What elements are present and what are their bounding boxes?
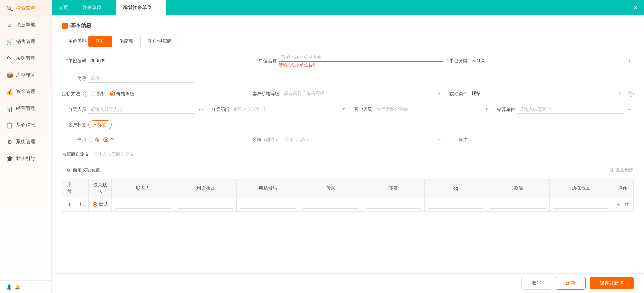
- settlement-more-icon[interactable]: ···: [626, 106, 634, 113]
- name-input[interactable]: [279, 53, 443, 62]
- note-input[interactable]: [470, 136, 634, 144]
- contact-input[interactable]: [115, 200, 171, 209]
- cell-contact[interactable]: [111, 197, 174, 212]
- wechat-input[interactable]: [490, 200, 546, 209]
- table-header-row: 序号 设为默认 联系人 到货地址 电话号码 传真 邮箱 qq 微信 所在地区 操…: [62, 179, 634, 197]
- save-button[interactable]: 保存: [556, 277, 586, 290]
- pricing-discount[interactable]: 折扣: [91, 91, 106, 97]
- unit-type-both[interactable]: 客户/供应商: [140, 36, 179, 47]
- unit-type-field: 单位类型 客户 供应商 客户/供应商: [62, 36, 634, 47]
- supplier-custom-input[interactable]: [91, 150, 208, 158]
- customer-level-select[interactable]: 请选择客户等级 ▼: [374, 105, 491, 114]
- section-basic-info: 基本信息: [62, 22, 634, 29]
- customer-price-field: 客户价格等级 请选择客户价格等级 ▼: [252, 89, 443, 98]
- col-email: 邮箱: [362, 179, 424, 197]
- region-more-icon[interactable]: ···: [435, 137, 443, 143]
- add-tag-button[interactable]: + 标签: [88, 120, 112, 129]
- region-input[interactable]: [282, 136, 433, 144]
- disable-radio-group: 是 否: [88, 137, 114, 143]
- disable-no[interactable]: 否: [103, 137, 114, 143]
- sidebar-item-operations[interactable]: 📊 经营管理: [0, 100, 51, 117]
- customer-price-select[interactable]: 请选择客户价格等级 ▼: [282, 89, 443, 98]
- default-radio[interactable]: [93, 202, 97, 207]
- cell-wechat[interactable]: [487, 197, 550, 212]
- price-level-radio[interactable]: [110, 91, 115, 96]
- shortname-field: 简称: [62, 74, 194, 83]
- custom-settings-button[interactable]: ⚙ 自定义项设置: [62, 165, 104, 175]
- sidebar-item-finance[interactable]: 💰 资金管理: [0, 83, 51, 100]
- col-phone: 电话号码: [237, 179, 299, 197]
- sidebar-item-quicknav[interactable]: ⌂ 快捷导航: [0, 17, 51, 33]
- tab-home[interactable]: 首页: [52, 0, 75, 15]
- col-wechat: 微信: [487, 179, 550, 197]
- unit-type-group: 客户 供应商 客户/供应商: [88, 36, 179, 47]
- sound-icon: 🔔: [15, 284, 20, 290]
- window-close-button[interactable]: ✕: [628, 0, 644, 15]
- phone-input[interactable]: [240, 200, 296, 209]
- disable-no-radio[interactable]: [103, 137, 108, 142]
- discount-radio[interactable]: [91, 91, 95, 96]
- payment-select[interactable]: 现结 ▼: [470, 89, 624, 98]
- add-row-button[interactable]: ＋: [616, 201, 621, 208]
- name-field: *单位名称 请输入往来单位名称: [252, 53, 443, 68]
- tab-new-partner-close[interactable]: ✕: [155, 5, 159, 10]
- unit-type-customer[interactable]: 客户: [88, 36, 112, 47]
- sidebar-item-purchase[interactable]: 🛍 采购管理: [0, 50, 51, 67]
- tab-new-partner[interactable]: 新增往来单位 ✕: [116, 0, 166, 15]
- disable-region-note-row: 停用 是 否 区域（地区） ··· 备注: [62, 136, 634, 144]
- row-checkbox[interactable]: [80, 202, 85, 206]
- cell-fax[interactable]: [299, 197, 362, 212]
- pricing-level[interactable]: 价格等级: [110, 91, 134, 97]
- save-and-new-button[interactable]: 保存并新增: [590, 277, 634, 289]
- cell-qq[interactable]: [424, 197, 487, 212]
- delete-row-button[interactable]: 🗑: [624, 201, 630, 207]
- row-region-input[interactable]: [553, 200, 608, 209]
- settlement-field: 结算单位 ···: [491, 105, 634, 114]
- cell-email[interactable]: [362, 197, 424, 212]
- cell-phone[interactable]: [237, 197, 299, 212]
- category-chevron-icon: ▼: [628, 58, 631, 63]
- cancel-button[interactable]: 取消: [521, 277, 551, 290]
- sidebar-item-guide[interactable]: 🎓 新手引导: [0, 150, 51, 167]
- email-input[interactable]: [366, 200, 421, 209]
- batch-delete-button[interactable]: 🗑 批量删除: [610, 167, 634, 173]
- sidebar-item-system[interactable]: ⚙ 系统管理: [0, 133, 51, 150]
- pricing-help-icon[interactable]: ?: [83, 91, 88, 97]
- payment-help-icon[interactable]: ?: [628, 91, 634, 97]
- default-radio-item[interactable]: 默认: [92, 201, 108, 207]
- settlement-input[interactable]: [517, 105, 624, 114]
- payment-field: 收款条件 现结 ▼ ?: [443, 89, 634, 98]
- manager-row: 分管人员 ··· 分管部门 请输入分管部门 ▼ 客户等级 请选择客户等级 ▼ 结…: [62, 105, 634, 114]
- disable-field: 停用 是 否: [62, 137, 252, 143]
- qq-input[interactable]: [428, 200, 484, 209]
- tab-bar: 首页 往来单位 ✕ 新增往来单位 ✕ ✕: [52, 0, 644, 15]
- sidebar-item-sales[interactable]: 🛒 销售管理: [0, 33, 51, 50]
- address-input[interactable]: [178, 200, 233, 209]
- category-select[interactable]: 未分类 ▼: [470, 56, 634, 65]
- manager-more-icon[interactable]: ···: [197, 106, 205, 113]
- fax-input[interactable]: [303, 200, 358, 209]
- sidebar-item-inventory[interactable]: 📦 库存核算: [0, 67, 51, 83]
- code-input[interactable]: [88, 57, 252, 65]
- cell-checkbox[interactable]: [77, 197, 89, 212]
- tab-partners-close[interactable]: ✕: [105, 5, 109, 10]
- col-contact: 联系人: [111, 179, 174, 197]
- col-address: 到货地址: [174, 179, 237, 197]
- sidebar-item-basic[interactable]: 📋 基础信息: [0, 117, 51, 133]
- operations-icon: 📊: [6, 105, 13, 112]
- manager-input[interactable]: [88, 105, 195, 114]
- disable-yes[interactable]: 是: [88, 137, 99, 143]
- sidebar-item-search[interactable]: 🔍 搜索菜单: [0, 0, 51, 17]
- shortname-input[interactable]: [88, 74, 194, 83]
- pricing-row: 定价方法 ? 折扣 价格等级 客户价格等级 请选择客户价: [62, 89, 634, 98]
- finance-icon: 💰: [6, 88, 13, 95]
- unit-type-supplier[interactable]: 供应商: [112, 36, 140, 47]
- cell-address[interactable]: [174, 197, 237, 212]
- basic-icon: 📋: [6, 122, 13, 129]
- cell-region[interactable]: [550, 197, 612, 212]
- dept-select[interactable]: 请输入分管部门 ▼: [231, 105, 348, 114]
- disable-yes-radio[interactable]: [88, 137, 93, 142]
- pricing-field: 定价方法 ? 折扣 价格等级: [62, 91, 252, 97]
- tab-partners[interactable]: 往来单位 ✕: [75, 0, 116, 15]
- batch-delete-icon: 🗑: [610, 167, 614, 172]
